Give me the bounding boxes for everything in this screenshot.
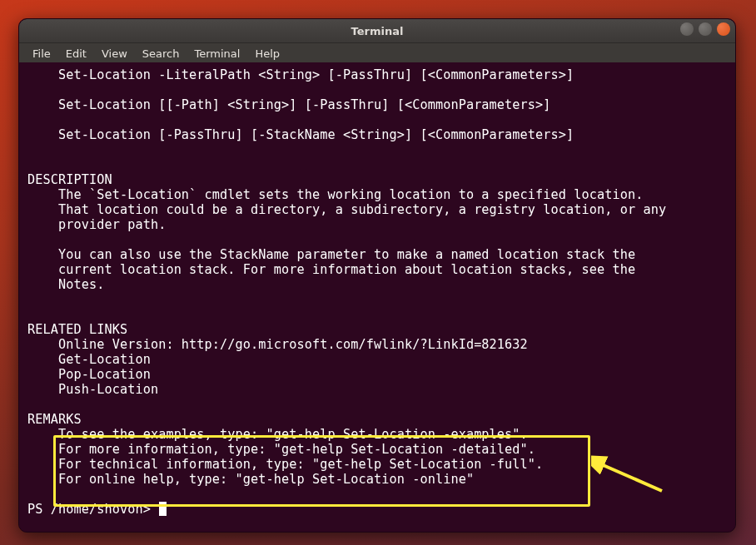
prompt: PS /home/shovon> [27, 502, 158, 517]
terminal-text: Set-Location -LiteralPath <String> [-Pas… [27, 67, 666, 487]
minimize-button[interactable] [680, 22, 694, 36]
window-controls [680, 22, 730, 36]
menu-edit[interactable]: Edit [59, 46, 93, 62]
title-bar[interactable]: Terminal [19, 19, 735, 43]
terminal-output[interactable]: Set-Location -LiteralPath <String> [-Pas… [19, 62, 735, 532]
maximize-button[interactable] [699, 22, 712, 36]
window-title: Terminal [19, 25, 735, 37]
menu-terminal[interactable]: Terminal [187, 46, 246, 62]
menu-view[interactable]: View [95, 46, 134, 62]
cursor [159, 502, 167, 516]
close-button[interactable] [717, 22, 730, 36]
menu-help[interactable]: Help [248, 46, 286, 62]
terminal-window: Terminal File Edit View Search Terminal … [18, 18, 736, 533]
menu-search[interactable]: Search [136, 46, 187, 62]
menu-file[interactable]: File [26, 46, 57, 62]
menu-bar: File Edit View Search Terminal Help [19, 43, 735, 64]
